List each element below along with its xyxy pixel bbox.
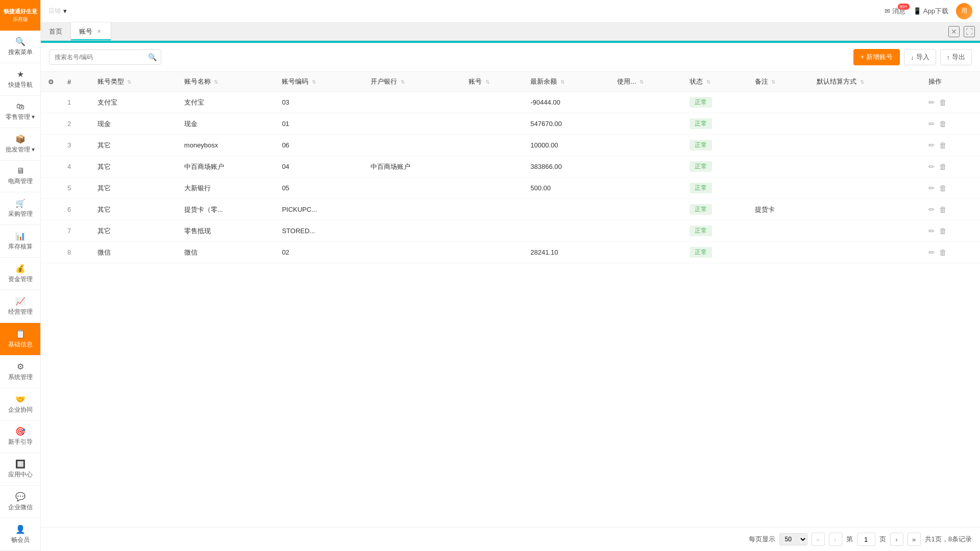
edit-button[interactable]: ✏ (928, 141, 935, 150)
table-row: 5 其它 大新银行 05 500.00 正常 ✏ 🗑 (41, 178, 980, 199)
col-usage[interactable]: 使用... ⇅ (611, 72, 683, 92)
col-settlement[interactable]: 默认结算方式 ⇅ (811, 72, 922, 92)
sidebar-item-搜索菜单[interactable]: 🔍搜索菜单 (0, 31, 40, 63)
row-config (41, 242, 61, 263)
sidebar-item-应用中心[interactable]: 🔲应用中心 (0, 453, 40, 486)
table-row: 4 其它 中百商场账户 04 中百商场账户 383866.00 正常 ✏ 🗑 (41, 156, 980, 178)
col-type[interactable]: 账号类型 ⇅ (91, 72, 178, 92)
row-config (41, 135, 61, 156)
col-account[interactable]: 账号 ⇅ (462, 72, 524, 92)
export-button[interactable]: ↑ 导出 (940, 49, 972, 65)
col-remark[interactable]: 备注 ⇅ (749, 72, 811, 92)
sidebar-item-采购管理[interactable]: 🛒采购管理 (0, 192, 40, 225)
row-actions: ✏ 🗑 (922, 92, 980, 113)
sidebar-item-系统管理[interactable]: ⚙系统管理 (0, 356, 40, 388)
delete-button[interactable]: 🗑 (939, 227, 947, 235)
sidebar-item-新手引导[interactable]: 🎯新手引导 (0, 421, 40, 454)
import-button[interactable]: ↓ 导入 (904, 49, 936, 65)
sidebar-item-企业微信[interactable]: 💬企业微信 (0, 486, 40, 518)
row-config (41, 92, 61, 113)
delete-button[interactable]: 🗑 (939, 184, 947, 192)
delete-button[interactable]: 🗑 (939, 248, 947, 257)
sidebar-item-label: 库存核算 (8, 242, 33, 251)
edit-button[interactable]: ✏ (928, 119, 935, 129)
accounts-table: ⚙ # 账号类型 ⇅ 账号名称 ⇅ 账号编码 ⇅ 开户银行 ⇅ 账号 ⇅ 最新余… (41, 72, 980, 263)
edit-button[interactable]: ✏ (928, 248, 935, 257)
delete-button[interactable]: 🗑 (939, 98, 947, 107)
col-status[interactable]: 状态 ⇅ (683, 72, 749, 92)
sidebar-item-企业协同[interactable]: 🤝企业协同 (0, 388, 40, 421)
delete-button[interactable]: 🗑 (939, 205, 947, 214)
delete-button[interactable]: 🗑 (939, 162, 947, 171)
add-account-button[interactable]: + 新增账号 (853, 49, 900, 65)
sidebar-item-畅会员[interactable]: 👤畅会员 (0, 518, 40, 551)
row-account (462, 92, 524, 113)
sidebar-item-label: 应用中心 (8, 470, 33, 479)
sidebar-item-快捷导航[interactable]: ★快捷导航 (0, 63, 40, 96)
top-header: 店铺 ▾ ✉ 消息 99+ 📱 App下载 用 (41, 0, 980, 22)
search-button[interactable]: 🔍 (144, 50, 161, 64)
first-page-button[interactable]: « (812, 533, 825, 546)
edit-button[interactable]: ✏ (928, 227, 935, 236)
row-type: 现金 (91, 113, 178, 135)
store-selector[interactable]: 店铺 ▾ (48, 7, 67, 15)
close-tab-action[interactable]: ✕ (948, 26, 960, 37)
avatar[interactable]: 用 (956, 3, 972, 19)
prev-page-button[interactable]: ‹ (829, 533, 842, 546)
delete-button[interactable]: 🗑 (939, 119, 947, 128)
row-account (462, 178, 524, 199)
message-button[interactable]: ✉ 消息 99+ (885, 7, 905, 16)
col-config[interactable]: ⚙ (41, 72, 61, 92)
row-status: 正常 (683, 199, 749, 220)
last-page-button[interactable]: » (908, 533, 921, 546)
row-actions: ✏ 🗑 (922, 178, 980, 199)
sidebar-item-基础信息[interactable]: 📋基础信息 (0, 323, 40, 356)
tab-close-button[interactable]: ✕ (95, 28, 103, 35)
col-name[interactable]: 账号名称 ⇅ (178, 72, 276, 92)
col-code[interactable]: 账号编码 ⇅ (276, 72, 364, 92)
col-bank[interactable]: 开户银行 ⇅ (364, 72, 462, 92)
delete-button[interactable]: 🗑 (939, 141, 947, 149)
row-usage (611, 156, 683, 178)
edit-button[interactable]: ✏ (928, 98, 935, 107)
tab-首页[interactable]: 首页 (41, 22, 71, 40)
expand-tab-action[interactable]: ⛶ (964, 26, 975, 37)
sidebar-icon: 👤 (15, 524, 26, 534)
page-size-select[interactable]: 102050100 (779, 533, 807, 545)
page-of-label: 页 (879, 535, 886, 544)
table-row: 3 其它 moneybosx 06 10000.00 正常 ✏ 🗑 (41, 135, 980, 156)
sidebar-item-零售管理[interactable]: 🛍零售管理 ▾ (0, 96, 40, 128)
sidebar-item-电商管理[interactable]: 🖥电商管理 (0, 161, 40, 193)
tab-账号[interactable]: 账号✕ (71, 22, 111, 40)
row-code: STORED... (276, 220, 364, 242)
row-actions: ✏ 🗑 (922, 113, 980, 135)
row-balance: 547670.00 (524, 113, 611, 135)
row-settlement (811, 199, 922, 220)
row-actions: ✏ 🗑 (922, 199, 980, 220)
header-right: ✉ 消息 99+ 📱 App下载 用 (885, 3, 972, 19)
toolbar-left: 🔍 (49, 49, 161, 65)
app-download-button[interactable]: 📱 App下载 (913, 7, 948, 16)
search-input[interactable] (50, 51, 144, 64)
row-code: PICKUPC... (276, 199, 364, 220)
sidebar-item-label: 新手引导 (8, 438, 33, 446)
next-page-button[interactable]: › (890, 533, 903, 546)
sidebar-item-经营管理[interactable]: 📈经营管理 (0, 290, 40, 323)
col-balance[interactable]: 最新余额 ⇅ (524, 72, 611, 92)
edit-button[interactable]: ✏ (928, 205, 935, 214)
table-container: ⚙ # 账号类型 ⇅ 账号名称 ⇅ 账号编码 ⇅ 开户银行 ⇅ 账号 ⇅ 最新余… (41, 72, 980, 527)
sidebar-item-库存核算[interactable]: 📊库存核算 (0, 225, 40, 258)
edit-button[interactable]: ✏ (928, 162, 935, 171)
table-header-row: ⚙ # 账号类型 ⇅ 账号名称 ⇅ 账号编码 ⇅ 开户银行 ⇅ 账号 ⇅ 最新余… (41, 72, 980, 92)
row-settlement (811, 135, 922, 156)
row-type: 其它 (91, 135, 178, 156)
edit-button[interactable]: ✏ (928, 184, 935, 193)
row-config (41, 220, 61, 242)
sidebar-item-批发管理[interactable]: 📦批发管理 ▾ (0, 128, 40, 161)
sidebar-item-label: 批发管理 ▾ (6, 145, 35, 154)
sidebar-icon: 🛒 (15, 198, 26, 208)
sidebar-item-资金管理[interactable]: 💰资金管理 (0, 258, 40, 290)
row-index: 4 (61, 156, 91, 178)
page-input[interactable] (857, 533, 875, 546)
row-remark (749, 178, 811, 199)
